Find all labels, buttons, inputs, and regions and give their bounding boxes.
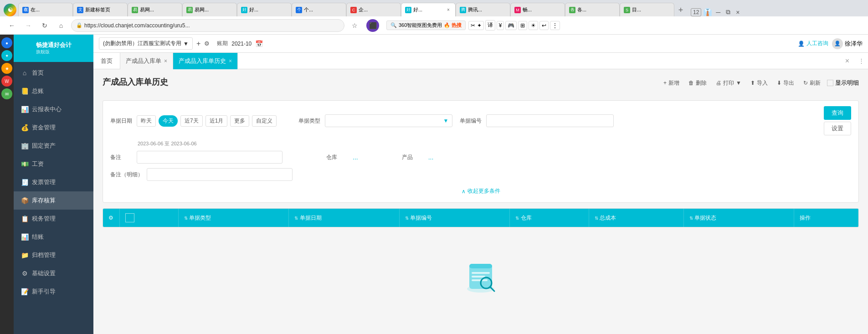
game-tool[interactable]: 🎮 bbox=[505, 21, 517, 30]
select-all-checkbox[interactable] bbox=[125, 213, 134, 222]
sidebar-item-ledger[interactable]: 📒 总账 bbox=[14, 82, 93, 100]
tab-5[interactable]: 好 好... bbox=[237, 3, 292, 16]
warehouse-ellipsis[interactable]: ... bbox=[353, 154, 358, 161]
translate-tool[interactable]: 译 bbox=[485, 20, 495, 31]
sidebar-item-close-account[interactable]: 📊 结账 bbox=[14, 228, 93, 246]
grid-tool[interactable]: ⊞ bbox=[518, 21, 527, 30]
product-ellipsis[interactable]: ... bbox=[428, 154, 434, 161]
sidebar-item-payroll[interactable]: 💵 工资 bbox=[14, 155, 93, 173]
sidebar-item-fixed-assets[interactable]: 🏢 固定资产 bbox=[14, 137, 93, 155]
calendar-icon[interactable]: 📅 bbox=[255, 40, 263, 47]
query-button[interactable]: 查询 bbox=[824, 106, 851, 120]
star-app-icon[interactable]: ★ bbox=[1, 63, 12, 74]
user-service-button[interactable]: 👤 人工咨询 bbox=[798, 40, 828, 47]
chanjet-app-icon[interactable]: ✦ bbox=[1, 50, 12, 61]
tab-12[interactable]: S 目... bbox=[620, 3, 674, 16]
bill-no-input[interactable] bbox=[486, 114, 614, 127]
bill-date-column-header[interactable]: ⇅ 单据日期 bbox=[289, 209, 399, 227]
sidebar-item-tax[interactable]: 📋 税务管理 bbox=[14, 210, 93, 228]
add-company-button[interactable]: + bbox=[196, 40, 200, 48]
add-button[interactable]: + 新增 bbox=[661, 77, 682, 89]
bookmark-button[interactable]: ☆ bbox=[348, 19, 361, 32]
reload-button[interactable]: ↻ bbox=[38, 19, 51, 32]
cut-tool[interactable]: ✂ ✦ bbox=[468, 21, 483, 30]
breadcrumb-tab-list[interactable]: 产成品入库单 × bbox=[120, 53, 173, 69]
import-button[interactable]: ⬆ 导入 bbox=[748, 77, 770, 89]
sidebar-item-new-entry[interactable]: 📝 新手引导 bbox=[14, 283, 93, 301]
restore-button[interactable]: ⧉ bbox=[724, 8, 732, 16]
tab-6[interactable]: 个 个... bbox=[292, 3, 346, 16]
bill-type-select[interactable]: ▼ bbox=[325, 114, 452, 127]
settings-button[interactable]: ⚙ bbox=[204, 40, 210, 47]
last7days-btn[interactable]: 近7天 bbox=[180, 115, 203, 127]
money-tool[interactable]: ¥ bbox=[497, 21, 504, 30]
smart-search-bar[interactable]: 🔍 360智能抠图免费用 🔥 热搜 bbox=[386, 21, 466, 30]
show-detail-toggle[interactable]: 显示明细 bbox=[827, 79, 859, 87]
tab-4[interactable]: 易 易网... bbox=[182, 3, 237, 16]
refresh-button[interactable]: ↻ 刷新 bbox=[801, 77, 823, 89]
url-bar[interactable]: 🔒 https://cloud.chanjet.com/accounting/u… bbox=[71, 19, 344, 32]
sidebar-item-invoice[interactable]: 🧾 发票管理 bbox=[14, 173, 93, 191]
more-tool[interactable]: ⋮ bbox=[550, 21, 560, 30]
tab-3[interactable]: 易 易网... bbox=[128, 3, 182, 16]
total-cost-column-header[interactable]: ⇅ 总成本 bbox=[589, 209, 683, 227]
breadcrumb-tab-history-close[interactable]: × bbox=[229, 58, 232, 64]
tab-1[interactable]: 在 在... bbox=[18, 3, 73, 16]
remark-input[interactable] bbox=[137, 151, 282, 164]
sidebar-item-home[interactable]: ⌂ 首页 bbox=[14, 64, 93, 82]
delete-button[interactable]: 🗑 删除 bbox=[686, 77, 709, 89]
bill-type-column-header[interactable]: ⇅ 单据类型 bbox=[178, 209, 288, 227]
collapse-button[interactable]: ∧ 收起更多条件 bbox=[460, 185, 502, 197]
tab-close-8[interactable]: × bbox=[445, 7, 452, 13]
more-date-btn[interactable]: 更多 bbox=[230, 115, 249, 127]
minimize-button[interactable]: ─ bbox=[714, 9, 722, 16]
remark-detail-input[interactable] bbox=[147, 168, 293, 181]
weibo-app-icon[interactable]: W bbox=[1, 76, 12, 87]
yesterday-btn[interactable]: 昨天 bbox=[137, 115, 156, 127]
sidebar-item-base-settings[interactable]: ⚙ 基础设置 bbox=[14, 264, 93, 283]
breadcrumb-tab-list-close[interactable]: × bbox=[164, 58, 167, 64]
wardrobe-icon[interactable]: 👔 bbox=[703, 8, 712, 16]
print-button[interactable]: 🖨 打印 ▼ bbox=[713, 77, 744, 89]
mail-app-icon[interactable]: ✉ bbox=[1, 88, 12, 99]
sidebar-item-fund[interactable]: 💰 资金管理 bbox=[14, 118, 93, 137]
tab-10[interactable]: M 畅... bbox=[510, 3, 565, 16]
filter-settings-button[interactable]: 设置 bbox=[824, 122, 851, 135]
extensions-button[interactable]: ⬛ bbox=[366, 19, 379, 32]
bill-no-group: 单据编号 bbox=[460, 114, 614, 127]
close-page-button[interactable]: × bbox=[840, 53, 855, 69]
close-window-button[interactable]: × bbox=[734, 9, 741, 16]
today-btn[interactable]: 今天 bbox=[159, 115, 178, 127]
more-pages-button[interactable]: ⋮ bbox=[855, 53, 868, 69]
tab-9[interactable]: 腾 腾讯... bbox=[456, 3, 510, 16]
last1month-btn[interactable]: 近1月 bbox=[205, 115, 228, 127]
theme-tool[interactable]: ☀ bbox=[529, 21, 538, 30]
sidebar-item-inventory[interactable]: 📦 库存核算 bbox=[14, 191, 93, 210]
table-header: ⚙ ⇅ 单据类型 ⇅ bbox=[103, 209, 858, 227]
breadcrumb-home[interactable]: 首页 bbox=[93, 53, 120, 69]
bill-status-column-header[interactable]: ⇅ 单据状态 bbox=[683, 209, 794, 227]
tab-11[interactable]: 各 各... bbox=[565, 3, 620, 16]
tab-2[interactable]: 文 新建标签页 bbox=[73, 3, 128, 16]
svg-rect-3 bbox=[472, 272, 490, 274]
sidebar-item-archive[interactable]: 📁 归档管理 bbox=[14, 246, 93, 264]
column-settings-header[interactable]: ⚙ bbox=[103, 209, 119, 227]
sidebar-item-cloud-report[interactable]: 📊 云报表中心 bbox=[14, 100, 93, 118]
360-app-icon[interactable]: ● bbox=[1, 37, 12, 48]
breadcrumb-tab-history[interactable]: 产成品入库单历史 × bbox=[173, 53, 238, 69]
new-tab-button[interactable]: + bbox=[674, 4, 687, 16]
checkbox-column-header[interactable] bbox=[119, 209, 178, 227]
home-nav-button[interactable]: ⌂ bbox=[55, 19, 67, 32]
breadcrumb-bar: 首页 产成品入库单 × 产成品入库单历史 × × ⋮ bbox=[93, 53, 868, 69]
company-selector[interactable]: (勿删勿禁用）江西服宝测试专用 ▼ bbox=[99, 37, 193, 50]
export-button[interactable]: ⬇ 导出 bbox=[774, 77, 797, 89]
tab-7[interactable]: C 企... bbox=[346, 3, 401, 16]
back-button[interactable]: ← bbox=[5, 19, 18, 32]
undo-tool[interactable]: ↩ bbox=[539, 21, 549, 30]
custom-date-btn[interactable]: 自定义 bbox=[252, 115, 277, 127]
tab-8[interactable]: 好 好... × bbox=[401, 3, 456, 16]
warehouse-column-header[interactable]: ⇅ 仓库 bbox=[510, 209, 589, 227]
forward-button[interactable]: → bbox=[22, 19, 35, 32]
show-detail-checkbox[interactable] bbox=[827, 80, 833, 86]
bill-no-column-header[interactable]: ⇅ 单据编号 bbox=[399, 209, 509, 227]
